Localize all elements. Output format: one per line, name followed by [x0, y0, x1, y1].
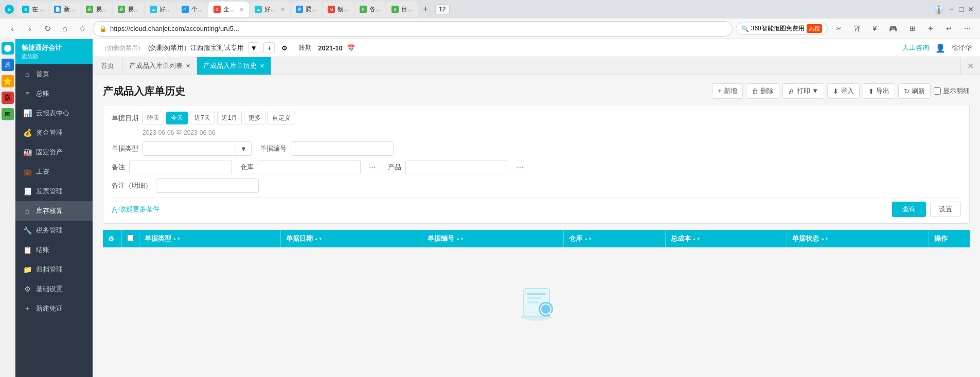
- translate-tool[interactable]: 译: [850, 23, 865, 35]
- th-gear[interactable]: ⚙: [103, 230, 121, 247]
- refresh-button[interactable]: ↻ 刷新: [898, 83, 931, 99]
- browser-tab-2[interactable]: 📄 新...: [49, 2, 80, 17]
- date-custom-btn[interactable]: 自定义: [268, 112, 295, 124]
- browser-tab-5[interactable]: ☁ 好...: [145, 2, 176, 17]
- collapse-btn[interactable]: ⋀ 收起更多条件: [112, 205, 159, 214]
- th-date[interactable]: 单据日期 ▲▼: [280, 230, 422, 247]
- calendar-icon[interactable]: 📅: [347, 44, 355, 52]
- home-button[interactable]: ⌂: [58, 22, 72, 36]
- tab-8-close-icon[interactable]: ✕: [280, 6, 285, 13]
- warehouse-dots[interactable]: ···: [365, 163, 380, 172]
- nav-item-basic[interactable]: ⚙ 基础设置: [15, 279, 93, 299]
- icon-sidebar-home[interactable]: [2, 42, 14, 55]
- import-button[interactable]: ⬇ 导入: [827, 83, 860, 99]
- nav-item-tax[interactable]: 🔧 税务管理: [15, 221, 93, 240]
- nav-item-capital[interactable]: 💰 资金管理: [15, 123, 93, 142]
- date-more-btn[interactable]: 更多: [244, 112, 265, 124]
- date-yesterday-btn[interactable]: 昨天: [142, 112, 164, 124]
- type-dropdown-arrow-icon[interactable]: ▼: [236, 142, 251, 155]
- bookmark-button[interactable]: ☆: [75, 22, 90, 36]
- theme-tool[interactable]: ☀: [923, 23, 938, 34]
- breadcrumb-home-tab[interactable]: 首页: [93, 57, 123, 75]
- type-dropdown[interactable]: ▼: [142, 141, 252, 156]
- search-settings-button[interactable]: 设置: [930, 202, 961, 217]
- remark-detail-input[interactable]: [156, 178, 259, 193]
- th-check[interactable]: [121, 230, 139, 247]
- browser-tab-8[interactable]: ☁ 好... ✕: [250, 2, 290, 17]
- browser-tab-7[interactable]: C 企... ✕: [208, 2, 249, 17]
- browser-tab-4[interactable]: 易 易...: [113, 2, 144, 17]
- nav-item-home[interactable]: ⌂ 首页: [15, 64, 93, 84]
- tab-count[interactable]: 12: [435, 4, 449, 14]
- number-input[interactable]: [291, 141, 394, 156]
- add-company-button[interactable]: +: [263, 42, 275, 53]
- forward-button[interactable]: ›: [23, 22, 37, 36]
- breadcrumb-history-tab[interactable]: 产成品入库单历史 ✕: [197, 57, 271, 75]
- close-all-icon[interactable]: ✕: [967, 61, 974, 71]
- th-type[interactable]: 单据类型 ▲▼: [139, 230, 280, 247]
- tab-7-close-icon[interactable]: ✕: [239, 6, 244, 13]
- export-button[interactable]: ⬆ 导出: [863, 83, 895, 99]
- settings-button[interactable]: ⚙: [279, 42, 290, 53]
- more-tool[interactable]: ⋯: [960, 23, 975, 34]
- refresh-button[interactable]: ↻: [40, 22, 55, 36]
- close-window-button[interactable]: ✕: [968, 5, 974, 13]
- address-input-wrap[interactable]: 🔒 https://cloud.chanjet.com/accounting/u…: [93, 21, 733, 37]
- user-service-link[interactable]: 人工咨询: [902, 43, 929, 52]
- breadcrumb-list-tab[interactable]: 产成品入库单列表 ✕: [123, 57, 197, 75]
- svg-text:➤: ➤: [7, 7, 11, 12]
- company-dropdown-button[interactable]: ▼: [248, 42, 259, 53]
- print-button[interactable]: 🖨 打印 ▼: [782, 83, 824, 99]
- icon-sidebar-weibo[interactable]: 微: [2, 92, 14, 104]
- product-input[interactable]: [405, 160, 508, 174]
- remark-input[interactable]: [129, 160, 232, 174]
- th-status[interactable]: 单据状态 ▲▼: [787, 230, 929, 247]
- grid-tool[interactable]: ⊞: [905, 23, 919, 34]
- nav-item-fixed-assets[interactable]: 🏭 固定资产: [15, 142, 93, 162]
- browser-tab-10[interactable]: M 畅...: [323, 2, 354, 17]
- th-warehouse[interactable]: 仓库 ▲▼: [564, 230, 665, 247]
- date-1month-btn[interactable]: 近1月: [217, 112, 242, 124]
- show-detail-checkbox[interactable]: [934, 87, 941, 95]
- back-button[interactable]: ‹: [5, 22, 20, 36]
- new-tab-button[interactable]: +: [418, 2, 433, 16]
- icon-sidebar-shield[interactable]: 盾: [2, 59, 14, 71]
- scissors-tool[interactable]: ✂: [832, 23, 846, 34]
- delete-button[interactable]: 🗑 🗑 删除 删除: [746, 83, 779, 99]
- browser-tab-6[interactable]: 个 个...: [176, 2, 208, 17]
- history-tab-close-icon[interactable]: ✕: [260, 63, 264, 69]
- browser-tab-9[interactable]: 腾 腾...: [291, 2, 322, 17]
- game-tool[interactable]: 🎮: [885, 23, 901, 34]
- nav-item-inventory[interactable]: ⌂ 库存核算: [15, 201, 93, 221]
- select-all-checkbox[interactable]: [127, 235, 134, 241]
- icon-sidebar-mail[interactable]: ✉: [2, 108, 14, 120]
- date-7days-btn[interactable]: 近7天: [190, 112, 215, 124]
- nav-item-checkout[interactable]: 📋 结账: [15, 240, 93, 260]
- yuan-tool[interactable]: ¥: [869, 23, 881, 34]
- th-number[interactable]: 单据编号 ▲▼: [422, 230, 564, 247]
- nav-item-archive[interactable]: 📁 归档管理: [15, 260, 93, 279]
- back2-tool[interactable]: ↩: [942, 23, 956, 34]
- th-total-cost[interactable]: 总成本 ▲▼: [665, 230, 787, 247]
- add-button[interactable]: + 新增: [712, 83, 742, 99]
- nav-item-cloud-report[interactable]: 📊 云报表中心: [15, 103, 93, 123]
- icon-sidebar-star[interactable]: ⭐: [2, 75, 14, 87]
- product-dots[interactable]: ···: [512, 163, 527, 172]
- minimize-button[interactable]: －: [948, 5, 955, 14]
- type-dropdown-input[interactable]: [143, 143, 236, 155]
- list-tab-close-icon[interactable]: ✕: [186, 63, 190, 69]
- query-button[interactable]: 查询: [892, 202, 926, 217]
- nav-item-ledger[interactable]: ≡ 总账: [15, 84, 93, 103]
- browser-tab-1[interactable]: B 在...: [17, 2, 48, 17]
- search-bar-360[interactable]: 🔍 360智能抠图免费用 热搜: [736, 23, 828, 34]
- maximize-button[interactable]: □: [959, 5, 964, 13]
- browser-tab-11[interactable]: 各 各...: [354, 2, 386, 17]
- warehouse-input[interactable]: [258, 160, 361, 174]
- show-detail-toggle[interactable]: 显示明细: [934, 86, 970, 96]
- nav-item-new-bill[interactable]: ＋ 新建凭证: [15, 299, 93, 318]
- nav-item-salary[interactable]: 💼 工资: [15, 162, 93, 182]
- date-today-btn[interactable]: 今天: [166, 112, 188, 124]
- browser-tab-3[interactable]: 易 易...: [81, 2, 112, 17]
- browser-tab-12[interactable]: S 目...: [386, 2, 418, 17]
- nav-item-invoice[interactable]: 🧾 发票管理: [15, 182, 93, 201]
